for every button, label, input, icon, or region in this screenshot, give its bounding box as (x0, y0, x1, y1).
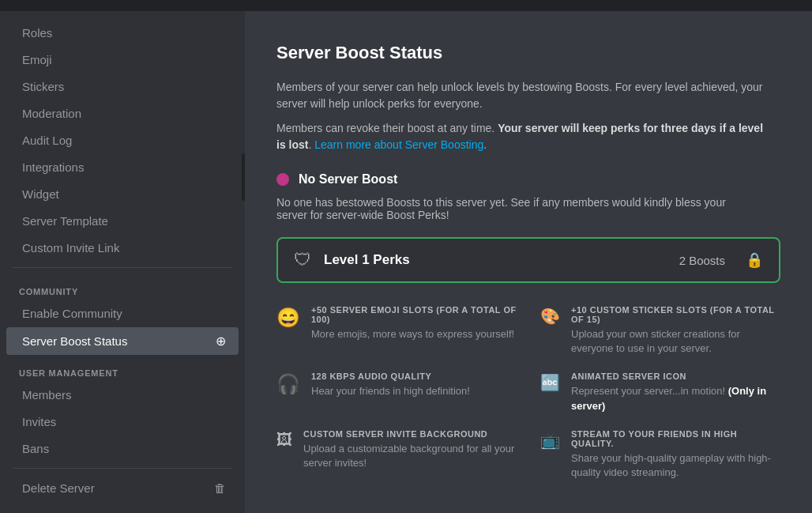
perk-desc-audio: Hear your friends in high definition! (311, 384, 470, 398)
sidebar-item-label: Delete Server (22, 481, 95, 495)
sidebar-item-label: Custom Invite Link (22, 241, 119, 255)
description-2-plain: Members can revoke their boost at any ti… (276, 122, 494, 134)
sidebar-item-emoji[interactable]: Emoji (6, 47, 239, 73)
sidebar-item-audit-log[interactable]: Audit Log (6, 127, 239, 153)
perk-desc-stream: Share your high-quality gameplay with hi… (571, 451, 780, 480)
sidebar-item-label: Bans (22, 442, 49, 455)
perk-title-audio: 128 KBPS AUDIO QUALITY (311, 372, 470, 381)
boost-count: 2 Boosts (679, 254, 725, 267)
sidebar-item-label: Widget (22, 187, 59, 201)
sidebar-item-label: Emoji (22, 53, 52, 66)
shield-icon: 🛡 (294, 250, 311, 270)
sidebar-divider-2 (13, 468, 232, 469)
perk-item-emoji-slots: 😄 +50 SERVER EMOJI SLOTS (FOR A TOTAL OF… (276, 305, 517, 356)
perk-icon-stream: 📺 (540, 431, 560, 450)
learn-more-link[interactable]: Learn more about Server Boosting (314, 138, 483, 151)
perks-grid: 😄 +50 SERVER EMOJI SLOTS (FOR A TOTAL OF… (276, 305, 780, 480)
sidebar-item-integrations[interactable]: Integrations (6, 154, 239, 180)
boost-status-icon: ⊕ (216, 334, 226, 349)
perk-desc-animated-bold: (Only in server) (571, 385, 766, 411)
perk-content-invite: CUSTOM SERVER INVITE BACKGROUND Upload a… (303, 429, 517, 470)
sidebar-item-enable-community[interactable]: Enable Community (6, 300, 239, 326)
sidebar-item-invites[interactable]: Invites (6, 409, 239, 435)
level1-label: Level 1 Perks (324, 252, 667, 268)
perk-title-sticker: +10 CUSTOM STICKER SLOTS (FOR A TOTAL OF… (571, 305, 780, 324)
boost-dot (276, 173, 289, 186)
sidebar-item-moderation[interactable]: Moderation (6, 100, 239, 126)
sidebar-item-label: Server Template (22, 214, 108, 228)
perk-content-emoji: +50 SERVER EMOJI SLOTS (FOR A TOTAL OF 1… (311, 305, 517, 341)
perk-item-animated-icon: 🔤 ANIMATED SERVER ICON Represent your se… (540, 372, 780, 413)
sidebar-item-custom-invite-link[interactable]: Custom Invite Link (6, 235, 239, 261)
scroll-thumb (242, 153, 245, 201)
description-1: Members of your server can help unlock l… (276, 79, 774, 112)
perk-icon-invite: 🖼 (276, 431, 292, 449)
perk-item-stream: 📺 STREAM TO YOUR FRIENDS IN HIGH QUALITY… (540, 429, 780, 480)
sidebar-item-label: Stickers (22, 80, 64, 93)
sidebar: Roles Emoji Stickers Moderation Audit Lo… (0, 11, 245, 513)
no-boost-desc: No one has bestowed Boosts to this serve… (276, 196, 750, 221)
perk-title-stream: STREAM TO YOUR FRIENDS IN HIGH QUALITY. (571, 429, 780, 448)
perk-icon-audio: 🎧 (276, 373, 300, 395)
page-title: Server Boost Status (276, 43, 780, 63)
perk-desc-invite: Upload a customizable background for all… (303, 442, 517, 470)
perk-item-sticker-slots: 🎨 +10 CUSTOM STICKER SLOTS (FOR A TOTAL … (540, 305, 780, 356)
sidebar-divider (13, 267, 232, 268)
lock-icon: 🔒 (746, 251, 763, 269)
perk-desc-sticker: Upload your own sticker creations for ev… (571, 327, 780, 356)
no-boost-label: No Server Boost (299, 172, 397, 187)
community-section-label: COMMUNITY (0, 274, 245, 300)
perk-item-audio: 🎧 128 KBPS AUDIO QUALITY Hear your frien… (276, 372, 517, 413)
sidebar-item-label: Invites (22, 415, 56, 428)
perk-content-sticker: +10 CUSTOM STICKER SLOTS (FOR A TOTAL OF… (571, 305, 780, 356)
perk-desc-animated: Represent your server...in motion! (Only… (571, 384, 780, 413)
sidebar-item-label: Audit Log (22, 134, 72, 147)
top-bar (0, 0, 812, 11)
delete-icon: 🗑 (214, 481, 226, 495)
perk-icon-animated: 🔤 (540, 373, 560, 392)
perk-icon-sticker: 🎨 (540, 307, 560, 326)
app-container: Roles Emoji Stickers Moderation Audit Lo… (0, 11, 812, 513)
sidebar-item-label: Integrations (22, 160, 84, 174)
description-2-after: . (308, 138, 311, 151)
perk-content-animated: ANIMATED SERVER ICON Represent your serv… (571, 372, 780, 413)
sidebar-item-label: Enable Community (22, 307, 122, 320)
sidebar-item-delete-server[interactable]: Delete Server 🗑 (6, 475, 239, 501)
sidebar-item-label: Roles (22, 26, 52, 40)
perk-item-invite-bg: 🖼 CUSTOM SERVER INVITE BACKGROUND Upload… (276, 429, 517, 480)
sidebar-item-members[interactable]: Members (6, 382, 239, 408)
sidebar-item-stickers[interactable]: Stickers (6, 74, 239, 100)
sidebar-item-label: Server Boost Status (22, 334, 127, 348)
user-management-section-label: USER MANAGEMENT (0, 356, 245, 381)
perk-title-invite: CUSTOM SERVER INVITE BACKGROUND (303, 429, 517, 439)
boost-status-row: No Server Boost (276, 172, 780, 187)
sidebar-item-server-template[interactable]: Server Template (6, 208, 239, 234)
sidebar-item-server-boost-status[interactable]: Server Boost Status ⊕ (6, 327, 239, 355)
sidebar-item-label: Moderation (22, 107, 81, 120)
perk-desc-emoji: More emojis, more ways to express yourse… (311, 327, 517, 341)
level1-perks-box[interactable]: 🛡 Level 1 Perks 2 Boosts 🔒 (276, 237, 780, 283)
sidebar-item-label: Members (22, 388, 72, 402)
main-content: Server Boost Status Members of your serv… (245, 11, 812, 513)
sidebar-item-roles[interactable]: Roles (6, 20, 239, 46)
description-2: Members can revoke their boost at any ti… (276, 120, 774, 153)
sidebar-item-widget[interactable]: Widget (6, 181, 239, 207)
sidebar-item-bans[interactable]: Bans (6, 436, 239, 462)
perk-content-stream: STREAM TO YOUR FRIENDS IN HIGH QUALITY. … (571, 429, 780, 480)
perk-title-emoji: +50 SERVER EMOJI SLOTS (FOR A TOTAL OF 1… (311, 305, 517, 324)
perk-icon-emoji: 😄 (276, 307, 300, 329)
perk-title-animated: ANIMATED SERVER ICON (571, 372, 780, 381)
perk-content-audio: 128 KBPS AUDIO QUALITY Hear your friends… (311, 372, 470, 398)
